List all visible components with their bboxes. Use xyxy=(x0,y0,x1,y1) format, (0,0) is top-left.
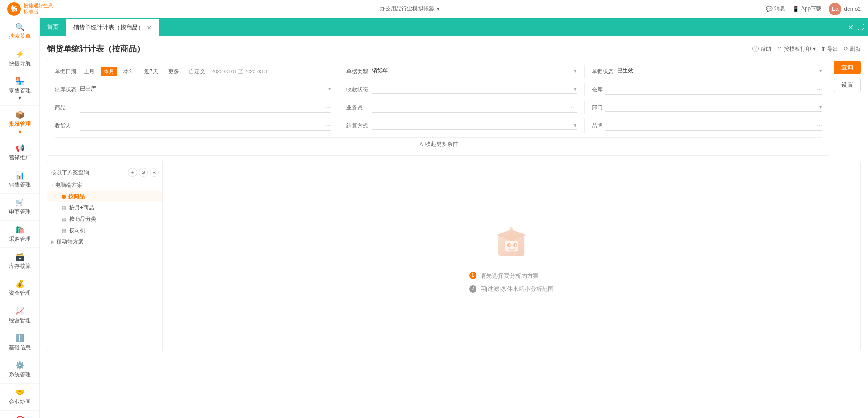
sidebar-item-quicknav[interactable]: ⚡ 快捷导航 xyxy=(0,45,39,72)
tree-setting-btn[interactable]: ⚙ xyxy=(139,168,148,177)
page-title: 销货单统计计表（按商品） xyxy=(47,43,145,54)
tree-section-desktop[interactable]: ▾ 电脑端方案 xyxy=(47,180,162,191)
help-btn[interactable]: ? 帮助 xyxy=(752,45,771,53)
query-btn[interactable]: 查询 xyxy=(834,61,861,74)
filter-doc-type: 单据类型 销货单 ▾ xyxy=(346,67,577,76)
settings-btn[interactable]: 设置 xyxy=(834,78,861,92)
logo-text: 畅捷通好生意 标准版 xyxy=(24,3,53,14)
tree-section-title: 按以下方案查询 xyxy=(51,169,89,176)
doc-type-label: 单据类型 xyxy=(346,68,372,76)
tree-item-by-month-product[interactable]: ▦ 按月+商品 xyxy=(47,202,162,214)
out-status-control: 已出库 ▾ xyxy=(80,85,331,94)
tree-item-by-product[interactable]: 按商品 xyxy=(47,191,162,202)
sidebar-item-guide[interactable]: 🎯 新手引导 xyxy=(0,411,39,418)
top-bar-left: 畅 畅捷通好生意 标准版 xyxy=(7,2,53,16)
empty-state: 1 请先选择要分析的方案 2 用[过滤]条件来缩小分析范围 xyxy=(460,191,563,322)
brand-more-icon[interactable]: ··· xyxy=(816,121,822,129)
sidebar-item-corp[interactable]: 🤝 企业协同 xyxy=(0,384,39,411)
filter-row-2: 出库状态 已出库 ▾ 收款状态 xyxy=(55,83,822,96)
window-close-btn[interactable]: ✕ xyxy=(848,23,854,32)
export-icon: ⬆ xyxy=(821,46,826,52)
sidebar-item-sales[interactable]: 📊 销售管理 xyxy=(0,166,39,194)
doc-status-dropdown-icon[interactable]: ▾ xyxy=(819,67,822,74)
brand-label: 品牌 xyxy=(592,122,605,130)
sidebar-item-basic[interactable]: ℹ️ 基础信息 xyxy=(0,329,39,356)
clerk-control: ··· xyxy=(372,103,577,113)
sidebar-item-wholesale[interactable]: 📦 批发管理 ▴ xyxy=(0,106,39,139)
workspace-dropdown-icon[interactable]: ▾ xyxy=(437,6,439,12)
filter-dept: 部门 ▾ xyxy=(592,104,822,112)
page-inner: 销货单统计计表（按商品） ? 帮助 🖨 按模板打印 ▾ ⬆ xyxy=(40,36,868,418)
dept-dropdown-icon[interactable]: ▾ xyxy=(819,104,822,110)
doc-status-control: 已生效 ▾ xyxy=(617,67,822,76)
tab-home[interactable]: 首页 xyxy=(40,18,66,36)
doc-type-dropdown-icon[interactable]: ▾ xyxy=(574,67,577,74)
date-tag-last-month[interactable]: 上月 xyxy=(80,67,98,76)
filter-brand: 品牌 ··· xyxy=(592,121,822,131)
tab-sales-stat[interactable]: 销货单统计计表（按商品） ✕ xyxy=(66,19,159,37)
window-maximize-btn[interactable]: ⛶ xyxy=(857,23,864,31)
goods-control: ··· xyxy=(80,103,331,113)
sidebar-item-retail[interactable]: 🏪 零售管理 ▾ xyxy=(0,72,39,106)
export-btn[interactable]: ⬆ 导出 xyxy=(821,45,838,53)
tab-bar: 首页 销货单统计计表（按商品） ✕ ✕ ⛶ xyxy=(40,18,868,36)
tree-item-by-cashier[interactable]: ▦ 按司机 xyxy=(47,225,162,236)
tab-close-icon[interactable]: ✕ xyxy=(146,24,152,31)
settlement-label: 结算方式 xyxy=(346,122,372,130)
grid-icon-2: ▦ xyxy=(62,216,66,222)
date-tag-this-year[interactable]: 本年 xyxy=(120,67,138,76)
left-tree-panel: 按以下方案查询 + ⚙ « ▾ 电脑端方案 xyxy=(47,162,163,351)
top-bar: 畅 畅捷通好生意 标准版 办公用品行业模拟账套 ▾ 💬 消息 📱 App下载 E… xyxy=(0,0,868,18)
tree-add-btn[interactable]: + xyxy=(128,168,137,177)
mobile-label: 移动端方案 xyxy=(57,238,84,246)
refresh-btn[interactable]: ↺ 刷新 xyxy=(844,45,861,53)
clerk-more-icon[interactable]: ··· xyxy=(571,103,577,111)
date-tag-this-month[interactable]: 本月 xyxy=(101,67,117,76)
sidebar-item-operations[interactable]: 📈 经营管理 xyxy=(0,302,39,329)
warehouse-control: ··· xyxy=(605,85,822,95)
out-status-label: 出库状态 xyxy=(55,86,80,94)
sidebar-item-marketing[interactable]: 📢 营销推广 xyxy=(0,139,39,166)
receipt-status-dropdown-icon[interactable]: ▾ xyxy=(574,86,577,92)
app-download-btn[interactable]: 📱 App下载 xyxy=(793,5,821,13)
out-status-dropdown-icon[interactable]: ▾ xyxy=(328,86,331,92)
filter-out-status: 出库状态 已出库 ▾ xyxy=(55,85,331,94)
template-print-btn[interactable]: 🖨 按模板打印 ▾ xyxy=(777,45,816,53)
help-icon: ? xyxy=(752,46,759,52)
search-icon: 🔍 xyxy=(2,23,38,31)
sidebar-item-inventory[interactable]: 🗃️ 库存核算 xyxy=(0,248,39,275)
user-area[interactable]: Ea demo2 xyxy=(829,3,861,15)
tree-section-mobile[interactable]: ▶ 移动端方案 xyxy=(47,236,162,247)
doc-status-value: 已生效 xyxy=(617,67,819,75)
empty-tip-item-1: 1 请先选择要分析的方案 xyxy=(469,271,554,281)
filter-section: 单据日期 上月 本月 本年 近7天 更多 自定义 xyxy=(47,60,861,156)
date-tag-custom[interactable]: 自定义 xyxy=(185,67,209,76)
tree-collapse-btn[interactable]: « xyxy=(150,168,159,177)
collapse-conditions-btn[interactable]: ∧ 收起更多条件 xyxy=(55,137,822,151)
sidebar-item-purchase[interactable]: 🛍️ 采购管理 xyxy=(0,221,39,248)
filter-sep-4 xyxy=(584,83,585,96)
tree-expand-icon: ▾ xyxy=(51,183,53,188)
dept-label: 部门 xyxy=(592,104,605,112)
quicknav-icon: ⚡ xyxy=(2,50,38,58)
date-tag-last-7-days[interactable]: 近7天 xyxy=(141,67,162,76)
filter-sep-1 xyxy=(339,65,339,78)
workspace-selector[interactable]: 办公用品行业模拟账套 ▾ xyxy=(380,5,439,13)
tab-bar-actions: ✕ ⛶ xyxy=(848,23,868,32)
tree-item-by-category[interactable]: ▦ 按商品分类 xyxy=(47,214,162,225)
tip-dot-1: 1 xyxy=(469,272,476,279)
goods-more-icon[interactable]: ··· xyxy=(326,103,331,111)
sidebar-item-system[interactable]: ⚙️ 系统管理 xyxy=(0,356,39,384)
sidebar-item-search[interactable]: 🔍 搜索菜单 xyxy=(0,18,39,45)
filter-row-1: 单据日期 上月 本月 本年 近7天 更多 自定义 xyxy=(55,65,822,78)
warehouse-more-icon[interactable]: ··· xyxy=(816,85,822,93)
sidebar-item-finance[interactable]: 💰 资金管理 xyxy=(0,275,39,302)
message-btn[interactable]: 💬 消息 xyxy=(766,5,785,13)
date-tag-more[interactable]: 更多 xyxy=(165,67,183,76)
settlement-dropdown-icon[interactable]: ▾ xyxy=(574,122,577,128)
receiver-more-icon[interactable]: ··· xyxy=(326,121,331,129)
sidebar-item-ecommerce[interactable]: 🛒 电商管理 xyxy=(0,194,39,221)
settlement-control: ▾ xyxy=(372,122,577,130)
doc-type-value: 销货单 xyxy=(372,67,574,75)
filter-date: 单据日期 上月 本月 本年 近7天 更多 自定义 xyxy=(55,67,331,76)
